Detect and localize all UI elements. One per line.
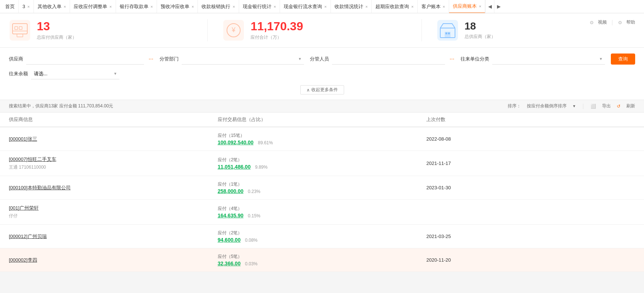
nav-other-income[interactable]: 其他收入单 × (34, 0, 70, 13)
supplier-link-1[interactable]: [000007]恒旺二手叉车 (9, 156, 56, 162)
nav-ar-ap-adjust-label: 应收应付调整单 (74, 3, 107, 10)
sort-label: 排序： (508, 103, 521, 109)
nav-bank-deposit[interactable]: 银行存取款单 × (116, 0, 157, 13)
trade-cell-1: 应付（2笔） 11,051,486.00 9.89% (218, 157, 427, 170)
video-link[interactable]: 视频 (598, 19, 607, 25)
nav-cash-flow-query[interactable]: 现金银行流水查询 × (280, 0, 330, 13)
trade-amount-2[interactable]: 258,000.00 (218, 188, 244, 194)
trade-amount-0[interactable]: 100,092,540.00 (218, 139, 253, 145)
supplier-input[interactable] (26, 54, 144, 65)
stat-label-payable: 应付合计（万） (251, 34, 303, 41)
nav-cash-flow-query-close[interactable]: × (324, 4, 326, 9)
nav-cash-bank-stats-label: 现金银行统计 (243, 3, 272, 10)
trade-cell-5: 应付（5笔） 32,366.00 0.03% (218, 254, 427, 266)
nav-payment-verify-close[interactable]: × (232, 4, 235, 9)
trade-amount-3[interactable]: 164,635.90 (218, 213, 244, 218)
filter-category: 往来单位分类 ▼ (461, 54, 605, 65)
person-input[interactable] (332, 54, 445, 65)
refresh-button[interactable]: 刷新 (626, 103, 635, 109)
trade-percent-5: 0.03% (245, 261, 258, 266)
supplier-link-2[interactable]: [000100]本特勤油品有限公司 (9, 185, 71, 190)
nav-arrow-left[interactable]: ◀ (485, 0, 494, 13)
filter-row-1: 供应商 ··· 分管部门 ▼ 分管人员 ··· 往来单位分类 (9, 54, 635, 65)
trade-amount-1[interactable]: 11,051,486.00 (218, 164, 251, 170)
nav-cash-flow-query-label: 现金银行流水查询 (284, 3, 322, 10)
nav-cash-bank-stats-close[interactable]: × (274, 4, 276, 9)
nav-prepay-ar-close[interactable]: × (192, 4, 194, 9)
filter-row-2: 往来余额 请选... ▼ (9, 68, 119, 79)
nav-payment-stats[interactable]: 收款情况统计 × (331, 0, 372, 13)
supplier-link-5[interactable]: [000002]李四 (9, 257, 37, 263)
nav-ar-ap-adjust[interactable]: 应收应付调整单 × (70, 0, 116, 13)
store-icon (437, 19, 459, 41)
nav-ar-ap-adjust-close[interactable]: × (109, 4, 112, 9)
nav-overdue-ar[interactable]: 超期应收款查询 × (372, 0, 417, 13)
stat-block-payable: ¥ 11,170.39 应付合计（万） (207, 19, 421, 41)
last-pay-2: 2023-01-30 (426, 185, 451, 190)
nav-prepay-ar[interactable]: 预收冲应收单 × (157, 0, 198, 13)
last-pay-5: 2020-11-20 (426, 257, 451, 263)
nav-customer-ledger[interactable]: 客户账本 × (418, 0, 449, 13)
nav-bank-deposit-close[interactable]: × (151, 4, 153, 9)
collapse-button-label: 收起更多条件 (311, 87, 338, 93)
trade-label-5: 应付（5笔） (218, 254, 427, 260)
supplier-cell-4: [000012]广州贝瑞 (9, 233, 218, 240)
query-button[interactable]: 查询 (611, 54, 635, 65)
table-header: 供应商信息 应付交易信息（占比） 上次付数 (0, 113, 644, 127)
nav-cash-bank-stats[interactable]: 现金银行统计 × (239, 0, 280, 13)
nav-supplier-ledger[interactable]: 供应商账本 × (449, 0, 485, 13)
sort-dropdown-icon[interactable]: ▼ (573, 104, 576, 108)
export-icon: ⬜ (591, 104, 596, 109)
nav-payment-stats-close[interactable]: × (365, 4, 368, 9)
nav-arrow-right[interactable]: ▶ (494, 0, 503, 13)
balance-select[interactable]: 请选... (31, 68, 119, 79)
nav-customer-ledger-label: 客户账本 (421, 3, 441, 10)
supplier-sub-1: 王通 17106110000 (9, 164, 218, 170)
help-link[interactable]: 帮助 (626, 19, 635, 25)
supplier-cell-1: [000007]恒旺二手叉车 王通 17106110000 (9, 156, 218, 170)
export-button[interactable]: 导出 (602, 103, 611, 109)
result-actions: 排序： 按应付余额倒序排序 ▼ │ ⬜ 导出 ↺ 刷新 (508, 103, 635, 109)
trade-amount-5[interactable]: 32,366.00 (218, 261, 241, 266)
nav-overdue-ar-close[interactable]: × (411, 4, 413, 9)
table-row: [000100]本特勤油品有限公司 应付（1笔） 258,000.00 0.23… (0, 176, 644, 200)
category-select-wrapper: ▼ (492, 54, 605, 65)
lastpay-cell-5: 2020-11-20 (426, 257, 635, 263)
stat-block-supplier: 13 总应付供应商（家） (9, 19, 207, 41)
supplier-link-0[interactable]: [000001]张三 (9, 136, 37, 142)
trade-row-3: 164,635.90 0.15% (218, 213, 427, 218)
nav-home[interactable]: 首页 (1, 0, 19, 13)
nav-payment-verify[interactable]: 收款核销执行 × (198, 0, 239, 13)
stats-header: 13 总应付供应商（家） ¥ 11,170.39 应付合计（万） (0, 13, 644, 48)
supplier-link-4[interactable]: [000012]广州贝瑞 (9, 234, 47, 239)
dept-filter-label: 分管部门 (160, 56, 179, 62)
collapse-chevron-icon: ∧ (307, 87, 310, 93)
nav-other-income-label: 其他收入单 (38, 3, 62, 10)
supplier-dots-btn[interactable]: ··· (148, 56, 153, 62)
trade-percent-4: 0.08% (245, 238, 258, 243)
refresh-icon: ↺ (617, 104, 620, 109)
trade-label-1: 应付（2笔） (218, 157, 427, 163)
nav-supplier-ledger-close[interactable]: × (479, 4, 481, 8)
trade-row-4: 94,600.00 0.08% (218, 237, 427, 243)
nav-tab3[interactable]: 3 × (19, 0, 34, 13)
stat-label-total: 总供应商（家） (465, 34, 496, 40)
nav-customer-ledger-close[interactable]: × (443, 4, 445, 9)
supplier-cell-3: [001]广州荣轩 仔仔 (9, 205, 218, 219)
supplier-link-3[interactable]: [001]广州荣轩 (9, 205, 39, 211)
trade-cell-0: 应付（15笔） 100,092,540.00 89.61% (218, 132, 427, 145)
svg-rect-13 (448, 32, 450, 34)
supplier-cell-5: [000002]李四 (9, 257, 218, 263)
col-header-supplier: 供应商信息 (9, 116, 218, 123)
person-dots-btn[interactable]: ··· (449, 56, 454, 62)
category-select[interactable] (492, 54, 605, 65)
help-icon: ⊙ (618, 20, 622, 25)
nav-other-income-close[interactable]: × (64, 4, 66, 9)
nav-tab3-close[interactable]: × (27, 4, 29, 9)
sort-value[interactable]: 按应付余额倒序排序 (527, 103, 567, 109)
dept-select[interactable] (182, 54, 304, 65)
trade-amount-4[interactable]: 94,600.00 (218, 237, 241, 243)
person-filter-label: 分管人员 (310, 56, 329, 62)
trade-cell-3: 应付（4笔） 164,635.90 0.15% (218, 206, 427, 218)
collapse-button[interactable]: ∧ 收起更多条件 (300, 85, 344, 94)
